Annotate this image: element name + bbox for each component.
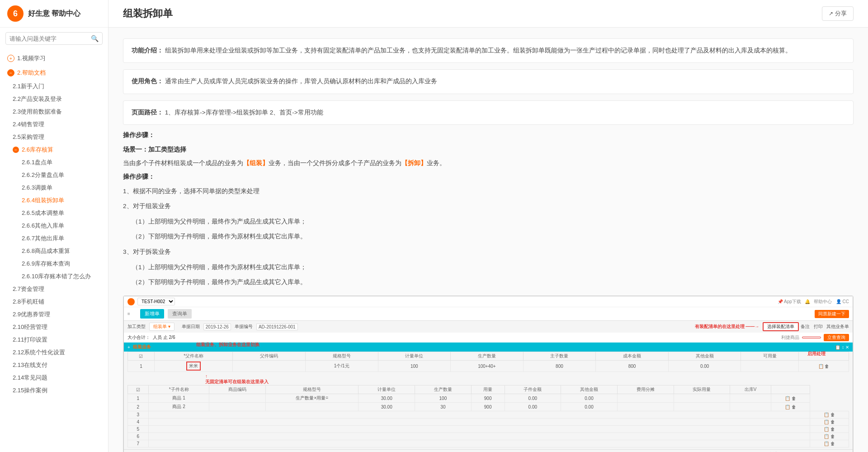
nav-section: + 1.视频学习 − 2.帮助文档 2.1新手入门 2.2产品安装及登录 2.3…	[0, 49, 108, 399]
mock-sub-td-cost2: 0.00	[505, 403, 561, 411]
search-box[interactable]: 🔍	[5, 32, 103, 45]
sidebar-item-262[interactable]: 2.6.2分量盘点单	[22, 169, 108, 181]
mock-td-name-inner[interactable]: 米米	[186, 362, 201, 371]
mock-th-prod-qty: 生产数量	[451, 352, 524, 361]
sidebar-item-27[interactable]: 2.7资金管理	[13, 283, 108, 295]
mock-sub-td-prod1: 100	[415, 394, 472, 403]
mock-topbar: TEST-H002 📌 App下载 🔔 帮助中心 👤 CC	[124, 296, 853, 307]
mock-form-date-label: 单据日期	[182, 324, 200, 330]
sidebar-item-newbie[interactable]: 2.1新手入门	[13, 80, 108, 93]
mock-sub-td-out2	[730, 403, 771, 411]
mock-nav-icon: ≡	[127, 311, 137, 316]
mock-sub-td-other2: 0.00	[561, 403, 618, 411]
sidebar-item-211[interactable]: 2.11打印设置	[13, 333, 108, 346]
role-text: 通常由生产人员或库管人员完成拆装业务的操作，库管人员确认原材料的出库和产成品的入…	[165, 78, 437, 85]
sidebar-item-265[interactable]: 2.6.5成本调整单	[22, 207, 108, 219]
mock-company-select[interactable]: TEST-H002	[137, 298, 175, 305]
mock-td-sub: 800	[523, 361, 596, 372]
ops-title: 操作步骤：	[123, 131, 854, 139]
mock-sub-td-usage2: 900	[471, 403, 505, 411]
mock-sub-td-empty6	[148, 433, 810, 440]
mock-td-name: 米米	[154, 361, 232, 372]
mock-sub-td-check2: 2	[128, 403, 149, 411]
mock-th-parent-name: *父件名称	[154, 352, 232, 361]
mock-batchinput-label: 利捷商品	[781, 334, 799, 341]
mock-footer: 每页 ▾ 条 合计 89.00 0.00 0.00 0.00 📋 🔔	[124, 449, 853, 452]
sidebar-item-docs[interactable]: − 2.帮助文档	[0, 66, 108, 80]
mock-ui: TEST-H002 📌 App下载 🔔 帮助中心 👤 CC ≡ 新增单 查询单 …	[123, 296, 853, 452]
mock-td-cost: 800	[596, 361, 669, 372]
mock-startup-val: 人员 止 2/6	[153, 334, 175, 341]
app-logo: 6	[7, 5, 24, 22]
mock-sub-td-alloc1	[617, 394, 674, 403]
mock-tab-new[interactable]: 新增单	[140, 309, 164, 319]
mock-section-title: 组装业务	[133, 344, 151, 350]
mock-logo-icon	[127, 298, 135, 305]
sidebar-item-266[interactable]: 2.6.6其他入库单	[22, 219, 108, 232]
mock-sub-td-empty4	[148, 419, 810, 426]
mock-right-btns: 选择装配清单 备注 打印 其他业务单	[763, 322, 849, 331]
sidebar-item-213[interactable]: 2.13在线支付	[13, 359, 108, 371]
mock-sub-td-empty7	[148, 440, 810, 447]
search-input[interactable]	[9, 35, 91, 42]
step2-sub1: （1）上部明细为父件明细，最终作为产成品生成其它入库单；	[123, 216, 854, 228]
sidebar-item-210[interactable]: 2.10经营管理	[13, 321, 108, 333]
share-button[interactable]: ↗ 分享	[822, 6, 854, 21]
sidebar-item-268[interactable]: 2.6.8商品成本重算	[22, 245, 108, 257]
sidebar-item-267[interactable]: 2.6.7其他出库单	[22, 232, 108, 245]
role-label: 使用角色：	[132, 78, 163, 85]
mock-tab-query[interactable]: 查询单	[168, 309, 192, 319]
mock-sub-td-alloc2	[617, 403, 674, 411]
sidebar-item-264[interactable]: 2.6.4组装拆卸单	[22, 194, 108, 207]
screenshot-inner: TEST-H002 📌 App下载 🔔 帮助中心 👤 CC ≡ 新增单 查询单 …	[123, 296, 853, 452]
mock-input-no[interactable]: AD-20191226-001	[256, 324, 298, 330]
scenario-title: 场景一：加工类型选择	[123, 146, 854, 154]
mock-btn-same-new[interactable]: 同票新建一下	[815, 310, 849, 318]
table-row: 2 商品 2 30.00 30 900 0.00 0.00	[128, 403, 849, 411]
mock-sub-td-actual1	[674, 394, 730, 403]
mock-th-check: ☑	[128, 352, 155, 361]
sidebar-item-inventory-label: 2.6库存核算	[22, 146, 53, 154]
mock-sub-td-out1	[730, 394, 771, 403]
search-icon[interactable]: 🔍	[91, 35, 99, 42]
intro-text: 组装拆卸单用来处理企业组装或拆卸等加工业务，支持有固定装配清单的产品加工业务，也…	[165, 47, 792, 54]
mock-sub-td-prod2: 30	[415, 403, 472, 411]
scenario-desc: 当由多个子件材料组装成一个成品的业务为【组装】业务，当由一个父件拆分成多个子产品…	[123, 157, 854, 169]
step1: 1、根据不同的业务，选择不同单据的类型来处理	[123, 186, 854, 197]
sidebar-item-video-label: 1.视频学习	[17, 54, 46, 62]
sidebar-item-261[interactable]: 2.6.1盘点单	[22, 156, 108, 169]
sidebar-item-2610[interactable]: 2.6.10库存账本错了怎么办	[22, 270, 108, 283]
sidebar-item-215[interactable]: 2.15操作案例	[13, 384, 108, 397]
sidebar-item-212[interactable]: 2.12系统个性化设置	[13, 346, 108, 359]
sidebar-item-263[interactable]: 2.6.3调拨单	[22, 181, 108, 194]
sidebar-item-29[interactable]: 2.9优惠券管理	[13, 308, 108, 321]
mock-sub-td-unit1: 30.00	[359, 394, 415, 403]
sidebar-item-sales[interactable]: 2.4销售管理	[13, 118, 108, 131]
mock-btn-plan[interactable]: 选择装配清单	[763, 322, 799, 331]
path-label: 页面路径：	[132, 109, 163, 116]
mock-sub-th-action	[771, 385, 810, 394]
mock-sub-td-action7: 📋 🗑	[810, 440, 849, 447]
mock-sub-td-check4: 4	[128, 419, 149, 426]
sidebar-item-data-prep[interactable]: 2.3使用前数据准备	[13, 105, 108, 118]
mock-btn-query[interactable]: 立查查询	[824, 334, 849, 341]
path-block: 页面路径： 1、库存核算->库存管理->组装拆卸单 2、首页->常用功能	[123, 100, 854, 125]
mock-input-search[interactable]	[802, 337, 821, 338]
sidebar-item-purchase[interactable]: 2.5采购管理	[13, 131, 108, 143]
page-title: 组装拆卸单	[123, 7, 173, 20]
mock-sub-td-check5: 5	[128, 426, 149, 433]
mock-topbar-icons: 📌 App下载 🔔 帮助中心 👤 CC	[778, 299, 849, 305]
share-icon: ↗	[829, 10, 833, 17]
mock-select-type[interactable]: 组装单 ▾	[149, 323, 175, 331]
sidebar-item-video[interactable]: + 1.视频学习	[0, 51, 108, 66]
mock-th-other: 其他金额	[668, 352, 741, 361]
mock-sub-td-action5: 📋 🗑	[810, 426, 849, 433]
sidebar-item-269[interactable]: 2.6.9库存账本查询	[22, 257, 108, 270]
mock-sub-td-check6: 6	[128, 433, 149, 440]
mock-input-date[interactable]: 2019-12-26	[203, 324, 231, 330]
sidebar-item-214[interactable]: 2.14常见问题	[13, 371, 108, 384]
mock-sub-td-action2: 📋 🗑	[771, 403, 810, 411]
sidebar-item-install[interactable]: 2.2产品安装及登录	[13, 93, 108, 105]
sidebar-item-28[interactable]: 2.8手机旺铺	[13, 295, 108, 308]
sidebar-item-inventory[interactable]: − 2.6库存核算	[13, 143, 108, 156]
